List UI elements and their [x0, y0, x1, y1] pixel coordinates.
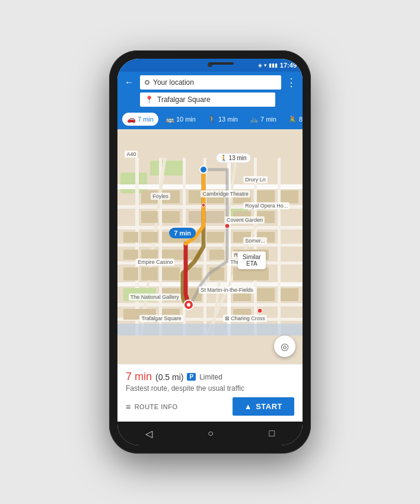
similar-eta-bubble: Similar ETA — [238, 251, 266, 269]
back-button[interactable]: ← — [123, 77, 135, 88]
action-row: ≡ ROUTE INFO ▲ START — [126, 397, 294, 416]
transport-tabs: 🚗 7 min 🚌 10 min 🚶 13 min 🚲 7 min 🚴 8 m — [117, 110, 303, 129]
destination-pin-icon: 📍 — [145, 95, 154, 104]
android-home-button[interactable]: ○ — [208, 428, 214, 439]
svg-rect-17 — [254, 158, 257, 336]
bike-time: 7 min — [260, 116, 276, 123]
svg-point-66 — [257, 308, 262, 313]
transit-icon: 🚌 — [166, 115, 174, 123]
tab-cycle[interactable]: 🚴 8 m — [284, 113, 303, 126]
speaker — [210, 62, 234, 65]
svg-rect-9 — [117, 282, 303, 286]
start-label: START — [256, 402, 282, 411]
cycle-time: 8 m — [299, 116, 303, 123]
start-button[interactable]: ▲ START — [233, 397, 294, 416]
origin-dot-icon — [145, 80, 149, 85]
status-icons: ◈ ▾ ▮▮▮ — [258, 62, 278, 68]
tab-bike[interactable]: 🚲 7 min — [245, 113, 281, 126]
location-fab-button[interactable]: ◎ — [274, 336, 295, 357]
destination-text: Trafalgar Square — [157, 95, 211, 104]
route-distance: (0.5 mi) — [155, 372, 183, 382]
svg-rect-28 — [281, 190, 298, 203]
parking-badge: P — [187, 373, 196, 381]
svg-rect-37 — [206, 232, 224, 243]
cycle-icon: 🚴 — [288, 115, 297, 123]
svg-rect-47 — [162, 267, 180, 280]
svg-rect-27 — [257, 190, 275, 203]
origin-row: ← Your location ⋮ — [123, 75, 297, 90]
svg-point-61 — [200, 166, 207, 173]
svg-rect-6 — [117, 226, 303, 229]
svg-rect-29 — [141, 211, 158, 223]
map-area[interactable]: A40 Foyles Cambridge Theatre Drury Ln Co… — [117, 129, 303, 364]
map-label-charing: ⊠ Charing Cross — [223, 315, 267, 322]
phone-screen: ◈ ▾ ▮▮▮ 17:49 ← Your location ⋮ 📍 Trafa — [117, 59, 303, 445]
location-status-icon: ◈ — [258, 62, 262, 68]
drive-time: 7 min — [138, 116, 154, 123]
android-back-button[interactable]: ◁ — [145, 428, 152, 439]
route-summary: 7 min (0.5 mi) P Limited — [126, 371, 294, 383]
wifi-icon: ▾ — [264, 62, 267, 68]
svg-rect-18 — [278, 158, 281, 336]
map-time-bubble: 7 min — [169, 228, 196, 238]
map-label-gallery: The National Gallery — [129, 294, 181, 301]
map-walking-bubble: 🚶 13 min — [216, 153, 251, 163]
route-time: 7 min — [126, 371, 152, 383]
map-label-trafalgar: Trafalgar Square — [139, 315, 183, 322]
map-label-drury: Drury Ln — [243, 176, 268, 183]
android-nav-bar: ◁ ○ □ — [117, 422, 303, 445]
walk-icon: 🚶 — [208, 115, 217, 123]
svg-rect-50 — [233, 267, 269, 280]
bottom-panel: 7 min (0.5 mi) P Limited Fastest route, … — [117, 364, 303, 422]
parking-label: Limited — [199, 373, 222, 381]
svg-rect-30 — [162, 211, 180, 223]
svg-rect-24 — [189, 190, 202, 203]
svg-rect-43 — [209, 250, 224, 260]
tab-driving[interactable]: 🚗 7 min — [122, 113, 158, 126]
svg-rect-45 — [123, 267, 138, 280]
svg-rect-7 — [117, 244, 303, 247]
map-label-opera: Royal Opera Ho... — [243, 202, 289, 209]
svg-rect-48 — [189, 267, 202, 280]
tab-transit[interactable]: 🚌 10 min — [161, 113, 201, 126]
android-recent-button[interactable]: □ — [269, 428, 275, 439]
svg-point-63 — [187, 303, 190, 307]
list-icon: ≡ — [126, 402, 131, 412]
transit-time: 10 min — [176, 116, 196, 123]
route-info-text: Fastest route, despite the usual traffic — [126, 384, 294, 393]
svg-point-65 — [202, 203, 205, 207]
signal-icon: ▮▮▮ — [269, 62, 278, 68]
status-time: 17:49 — [280, 62, 297, 69]
route-info-label: ROUTE INFO — [135, 403, 178, 410]
more-button[interactable]: ⋮ — [286, 77, 297, 88]
drive-icon: 🚗 — [127, 115, 136, 123]
svg-rect-31 — [189, 211, 224, 223]
origin-input-box[interactable]: Your location — [140, 75, 281, 90]
nav-header: ← Your location ⋮ 📍 Trafalgar Square — [117, 72, 303, 110]
phone-frame: ◈ ▾ ▮▮▮ 17:49 ← Your location ⋮ 📍 Trafa — [109, 50, 311, 454]
map-label-stmartin: St Martin-in-the-Fields — [199, 286, 255, 294]
map-label-somer: Somer... — [243, 237, 267, 244]
map-label-empire: Empire Casino — [136, 259, 174, 266]
svg-rect-60 — [117, 324, 303, 336]
bike-icon: 🚲 — [250, 115, 259, 123]
svg-rect-1 — [120, 173, 147, 193]
svg-rect-4 — [117, 184, 303, 189]
similar-eta-line2: ETA — [243, 260, 261, 267]
svg-rect-56 — [281, 288, 298, 301]
svg-rect-34 — [123, 232, 138, 243]
map-label-a40: A40 — [125, 151, 138, 158]
svg-rect-2 — [150, 161, 186, 176]
destination-input-box[interactable]: 📍 Trafalgar Square — [140, 92, 275, 107]
svg-rect-55 — [257, 288, 275, 301]
similar-eta-line1: Similar — [243, 254, 261, 260]
walk-time: 13 min — [218, 116, 238, 123]
map-label-covent: Covent Garden — [225, 216, 265, 224]
tab-walking[interactable]: 🚶 13 min — [203, 113, 243, 126]
route-info-button[interactable]: ≡ ROUTE INFO — [126, 402, 178, 412]
map-label-cambridge: Cambridge Theatre — [201, 190, 250, 197]
svg-rect-46 — [141, 267, 158, 280]
start-nav-icon: ▲ — [244, 402, 252, 411]
svg-rect-35 — [141, 232, 158, 243]
destination-row: 📍 Trafalgar Square — [123, 92, 297, 107]
